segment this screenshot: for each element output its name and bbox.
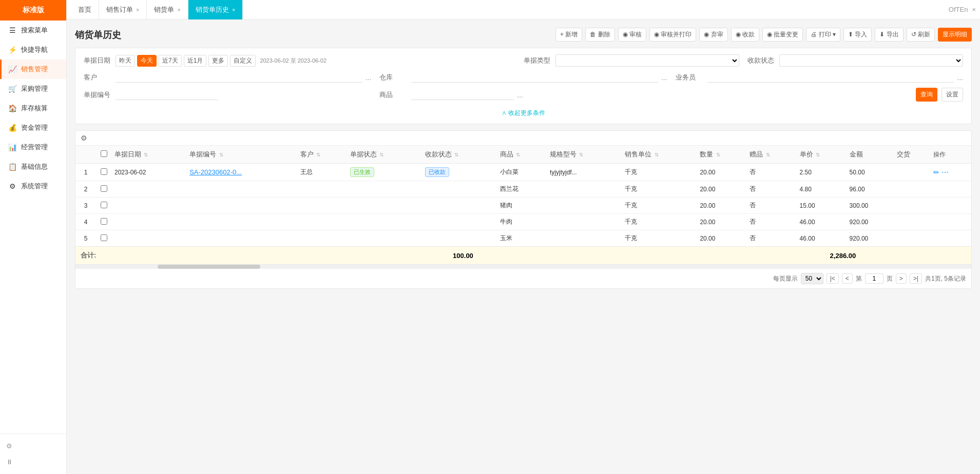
row-checkbox[interactable] — [101, 168, 107, 175]
table-header-row: 单据日期 ⇅ 单据编号 ⇅ 客户 ⇅ 单据状态 — [75, 146, 971, 164]
row-checkbox[interactable] — [101, 218, 107, 225]
cell-checkbox[interactable] — [96, 230, 111, 247]
tab-sales-history[interactable]: 销货单历史 × — [188, 0, 243, 19]
cell-checkbox[interactable] — [96, 164, 111, 181]
collect-status-select[interactable] — [779, 54, 963, 67]
customer-dots-btn[interactable]: ... — [366, 73, 372, 82]
btn-export[interactable]: ⬇ 导出 — [875, 28, 903, 42]
btn-delete[interactable]: 🗑 删除 — [585, 28, 614, 42]
warehouse-dots-btn[interactable]: ... — [661, 73, 667, 82]
th-docno[interactable]: 单据编号 ⇅ — [186, 146, 297, 164]
date-btn-yesterday[interactable]: 昨天 — [116, 55, 135, 67]
sidebar-item-quick-nav[interactable]: ⚡ 快捷导航 — [0, 40, 66, 60]
cell-checkbox[interactable] — [96, 214, 111, 230]
th-seq — [75, 146, 96, 164]
date-btn-today[interactable]: 今天 — [137, 55, 157, 67]
date-btn-1month[interactable]: 近1月 — [184, 55, 207, 67]
th-amount[interactable]: 金额 — [847, 146, 894, 164]
page-first-btn[interactable]: |< — [827, 273, 839, 284]
sidebar-pause-btn[interactable]: ⏸ — [0, 454, 66, 470]
sidebar-item-operation-mgmt[interactable]: 📊 经营管理 — [0, 137, 66, 157]
btn-new[interactable]: + 新增 — [555, 28, 582, 42]
page-next-btn[interactable]: > — [896, 273, 907, 284]
btn-refresh[interactable]: ↺ 刷新 — [907, 28, 935, 42]
sort-spec-icon: ⇅ — [579, 152, 583, 157]
th-price[interactable]: 单价 ⇅ — [797, 146, 847, 164]
table-settings-icon[interactable]: ⚙ — [81, 134, 87, 142]
date-btn-custom[interactable]: 自定义 — [230, 55, 256, 67]
sidebar-item-sales-mgmt[interactable]: 📈 销售管理 — [0, 60, 66, 79]
tab-sales-order[interactable]: 销售订单 × — [99, 0, 147, 19]
btn-query[interactable]: 查询 — [916, 88, 937, 102]
tabbar-close-icon[interactable]: × — [972, 6, 976, 13]
goods-input[interactable] — [411, 89, 514, 100]
cell-checkbox[interactable] — [96, 198, 111, 214]
tab-sales-order-close[interactable]: × — [136, 7, 139, 13]
th-spec[interactable]: 规格型号 ⇅ — [547, 146, 622, 164]
row-checkbox[interactable] — [101, 185, 107, 192]
page-last-btn[interactable]: >| — [910, 273, 922, 284]
page-size-select[interactable]: 50 — [801, 273, 823, 284]
btn-settings[interactable]: 设置 — [941, 88, 963, 102]
date-btn-more[interactable]: 更多 — [208, 55, 228, 67]
customer-input[interactable] — [116, 72, 362, 83]
th-date[interactable]: 单据日期 ⇅ — [111, 146, 186, 164]
scrollbar-track[interactable] — [75, 264, 971, 268]
sidebar-item-search-menu[interactable]: ☰ 搜索菜单 — [0, 21, 66, 40]
btn-print[interactable]: 🖨 打印 ▾ — [806, 28, 840, 42]
scrollbar-thumb[interactable] — [158, 265, 260, 269]
more-icon[interactable]: ⋯ — [941, 168, 949, 176]
tab-sales-delivery[interactable]: 销货单 × — [147, 0, 188, 19]
th-trade[interactable]: 交货 — [894, 146, 931, 164]
page-number-input[interactable] — [865, 273, 883, 284]
th-goods[interactable]: 商品 ⇅ — [497, 146, 547, 164]
sidebar-item-basic-info[interactable]: 📋 基础信息 — [0, 157, 66, 176]
th-gift[interactable]: 赠品 ⇅ — [746, 146, 796, 164]
btn-abandon[interactable]: ◉ 弃审 — [699, 28, 727, 42]
btn-audit[interactable]: ◉ 审核 — [618, 28, 646, 42]
th-unit[interactable]: 销售单位 ⇅ — [622, 146, 697, 164]
cell-seq: 2 — [75, 181, 96, 198]
cell-goods: 猪肉 — [497, 198, 547, 214]
collapse-btn[interactable]: ∧ 收起更多条件 — [84, 107, 963, 117]
table-row: 5 玉米 千克 20.00 否 46.00 920.00 — [75, 230, 971, 247]
docno-link[interactable]: SA-20230602-0... — [189, 168, 242, 176]
filter-row-1: 单据日期 昨天 今天 近7天 近1月 更多 自定义 2023-06-02 至 2… — [84, 54, 963, 67]
btn-collect[interactable]: ◉ 收款 — [731, 28, 759, 42]
doc-type-select[interactable] — [555, 54, 739, 67]
warehouse-input[interactable] — [411, 72, 658, 83]
page-prev-btn[interactable]: < — [842, 273, 853, 284]
cell-checkbox[interactable] — [96, 181, 111, 198]
main-table: 单据日期 ⇅ 单据编号 ⇅ 客户 ⇅ 单据状态 — [75, 146, 971, 246]
btn-import[interactable]: ⬆ 导入 — [843, 28, 872, 42]
btn-audit-print[interactable]: ◉ 审核并打印 — [649, 28, 696, 42]
tab-sales-history-close[interactable]: × — [232, 7, 235, 13]
sidebar-settings-btn[interactable]: ⚙ — [0, 438, 66, 454]
cell-spec — [547, 230, 622, 247]
btn-batch-change[interactable]: ◉ 批量变更 — [762, 28, 803, 42]
sidebar-item-inventory[interactable]: 🏠 库存核算 — [0, 98, 66, 118]
row-checkbox[interactable] — [101, 234, 107, 241]
th-customer[interactable]: 客户 ⇅ — [297, 146, 347, 164]
sidebar-item-finance-mgmt[interactable]: 💰 资金管理 — [0, 118, 66, 137]
business-dots-btn[interactable]: ... — [957, 73, 963, 82]
tab-home[interactable]: 首页 — [71, 0, 99, 19]
goods-dots-btn[interactable]: ... — [517, 91, 523, 99]
docno-input[interactable] — [116, 89, 218, 100]
btn-show-detail[interactable]: 显示明细 — [938, 28, 972, 42]
cell-seq: 3 — [75, 198, 96, 214]
tab-sales-delivery-close[interactable]: × — [177, 7, 180, 13]
business-input[interactable] — [707, 72, 954, 83]
date-btn-7days[interactable]: 近7天 — [159, 55, 182, 67]
edit-icon[interactable]: ✏ — [933, 168, 939, 176]
th-qty[interactable]: 数量 ⇅ — [697, 146, 746, 164]
sales-mgmt-icon: 📈 — [8, 65, 17, 73]
sidebar-item-purchase-mgmt[interactable]: 🛒 采购管理 — [0, 79, 66, 98]
select-all-checkbox[interactable] — [101, 150, 107, 157]
row-checkbox[interactable] — [101, 202, 107, 208]
sidebar-item-sys-mgmt[interactable]: ⚙ 系统管理 — [0, 176, 66, 196]
sort-docno-icon: ⇅ — [219, 152, 223, 157]
footer-label: 合计: — [81, 251, 96, 260]
th-doc-status[interactable]: 单据状态 ⇅ — [347, 146, 422, 164]
th-collect-status[interactable]: 收款状态 ⇅ — [422, 146, 497, 164]
